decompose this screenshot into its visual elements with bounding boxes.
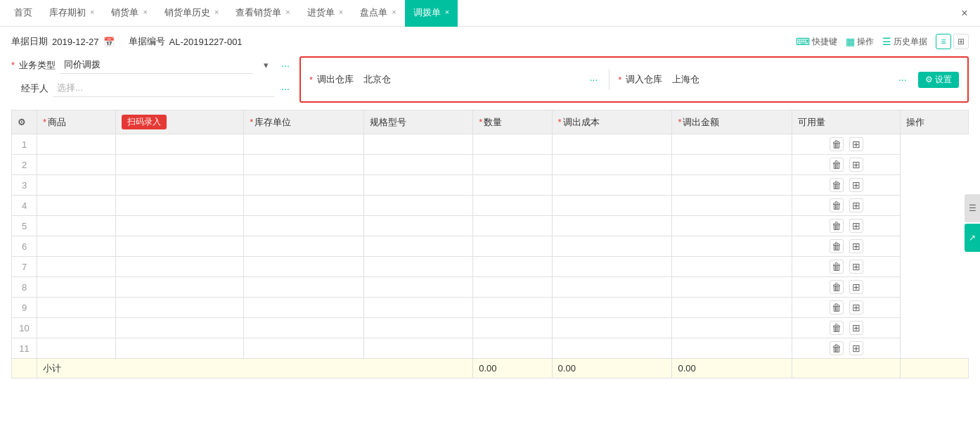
unit-cell[interactable] xyxy=(116,338,244,359)
product-cell[interactable] xyxy=(37,236,116,257)
shortcut-button[interactable]: ⌨ 快捷键 xyxy=(796,36,837,48)
product-cell[interactable] xyxy=(37,134,116,155)
out-warehouse-more-btn[interactable]: ··· xyxy=(587,74,601,85)
available-cell[interactable] xyxy=(672,277,792,298)
available-cell[interactable] xyxy=(672,318,792,338)
cost-cell[interactable] xyxy=(473,216,552,236)
tab-stocktake[interactable]: 盘点单 × xyxy=(352,0,404,27)
amount-cell[interactable] xyxy=(552,277,672,298)
cost-cell[interactable] xyxy=(473,318,552,338)
amount-cell[interactable] xyxy=(552,338,672,359)
qty-cell[interactable] xyxy=(364,338,473,359)
unit-cell[interactable] xyxy=(116,155,244,175)
settings-button[interactable]: ⚙ 设置 xyxy=(918,72,959,88)
spec-cell[interactable] xyxy=(244,257,364,277)
spec-cell[interactable] xyxy=(244,196,364,216)
qty-cell[interactable] xyxy=(364,155,473,175)
unit-cell[interactable] xyxy=(116,134,244,155)
product-cell[interactable] xyxy=(37,318,116,338)
close-all-tabs-button[interactable]: × xyxy=(955,4,974,23)
close-icon[interactable]: × xyxy=(285,8,290,16)
copy-icon[interactable]: ⊞ xyxy=(849,341,863,355)
cost-cell[interactable] xyxy=(473,155,552,175)
cost-cell[interactable] xyxy=(473,236,552,257)
qty-cell[interactable] xyxy=(364,236,473,257)
close-icon[interactable]: × xyxy=(214,8,219,16)
product-cell[interactable] xyxy=(37,175,116,196)
available-cell[interactable] xyxy=(672,134,792,155)
delete-icon[interactable]: 🗑 xyxy=(830,341,844,355)
delete-icon[interactable]: 🗑 xyxy=(830,260,844,274)
amount-cell[interactable] xyxy=(552,236,672,257)
available-cell[interactable] xyxy=(672,155,792,175)
unit-cell[interactable] xyxy=(116,196,244,216)
copy-icon[interactable]: ⊞ xyxy=(849,198,863,212)
history-button[interactable]: ☰ 历史单据 xyxy=(882,36,927,48)
in-warehouse-value[interactable]: 上海仓 xyxy=(672,73,699,86)
th-scan[interactable]: 扫码录入 xyxy=(116,110,244,134)
copy-icon[interactable]: ⊞ xyxy=(849,260,863,274)
delete-icon[interactable]: 🗑 xyxy=(830,198,844,212)
tab-purchase[interactable]: 进货单 × xyxy=(299,0,352,27)
delete-icon[interactable]: 🗑 xyxy=(830,219,844,233)
tab-home[interactable]: 首页 xyxy=(6,0,41,27)
product-cell[interactable] xyxy=(37,298,116,318)
layout-grid-btn[interactable]: ⊞ xyxy=(953,34,969,49)
close-icon[interactable]: × xyxy=(339,8,343,16)
spec-cell[interactable] xyxy=(244,338,364,359)
delete-icon[interactable]: 🗑 xyxy=(830,321,844,335)
spec-cell[interactable] xyxy=(244,216,364,236)
delete-icon[interactable]: 🗑 xyxy=(830,280,844,294)
copy-icon[interactable]: ⊞ xyxy=(849,239,863,253)
amount-cell[interactable] xyxy=(552,216,672,236)
qty-cell[interactable] xyxy=(364,257,473,277)
delete-icon[interactable]: 🗑 xyxy=(830,300,844,314)
qty-cell[interactable] xyxy=(364,298,473,318)
product-cell[interactable] xyxy=(37,277,116,298)
out-warehouse-value[interactable]: 北京仓 xyxy=(363,73,391,86)
handler-more-btn[interactable]: ··· xyxy=(278,83,292,94)
biz-type-more-btn[interactable]: ··· xyxy=(278,60,292,71)
spec-cell[interactable] xyxy=(244,318,364,338)
close-icon[interactable]: × xyxy=(90,8,94,16)
spec-cell[interactable] xyxy=(244,134,364,155)
cost-cell[interactable] xyxy=(473,298,552,318)
product-cell[interactable] xyxy=(37,338,116,359)
scan-button[interactable]: 扫码录入 xyxy=(122,115,167,129)
tab-inventory-init[interactable]: 库存期初 × xyxy=(41,0,103,27)
delete-icon[interactable]: 🗑 xyxy=(830,178,844,192)
qty-cell[interactable] xyxy=(364,134,473,155)
copy-icon[interactable]: ⊞ xyxy=(849,137,863,151)
copy-icon[interactable]: ⊞ xyxy=(849,219,863,233)
biz-type-dropdown-icon[interactable]: ▾ xyxy=(257,57,274,74)
amount-cell[interactable] xyxy=(552,318,672,338)
qty-cell[interactable] xyxy=(364,277,473,298)
unit-cell[interactable] xyxy=(116,298,244,318)
close-icon[interactable]: × xyxy=(143,8,147,16)
handler-select[interactable]: 选择... xyxy=(53,79,274,97)
unit-cell[interactable] xyxy=(116,236,244,257)
available-cell[interactable] xyxy=(672,257,792,277)
spec-cell[interactable] xyxy=(244,155,364,175)
qty-cell[interactable] xyxy=(364,175,473,196)
spec-cell[interactable] xyxy=(244,175,364,196)
cost-cell[interactable] xyxy=(473,196,552,216)
tab-sales-order[interactable]: 销货单 × xyxy=(103,0,155,27)
available-cell[interactable] xyxy=(672,338,792,359)
product-cell[interactable] xyxy=(37,155,116,175)
unit-cell[interactable] xyxy=(116,318,244,338)
product-cell[interactable] xyxy=(37,216,116,236)
layout-list-btn[interactable]: ≡ xyxy=(936,34,951,49)
available-cell[interactable] xyxy=(672,175,792,196)
amount-cell[interactable] xyxy=(552,298,672,318)
copy-icon[interactable]: ⊞ xyxy=(849,300,863,314)
copy-icon[interactable]: ⊞ xyxy=(849,321,863,335)
amount-cell[interactable] xyxy=(552,134,672,155)
available-cell[interactable] xyxy=(672,216,792,236)
copy-icon[interactable]: ⊞ xyxy=(849,178,863,192)
close-icon[interactable]: × xyxy=(392,8,396,16)
cost-cell[interactable] xyxy=(473,338,552,359)
unit-cell[interactable] xyxy=(116,257,244,277)
amount-cell[interactable] xyxy=(552,196,672,216)
cost-cell[interactable] xyxy=(473,257,552,277)
